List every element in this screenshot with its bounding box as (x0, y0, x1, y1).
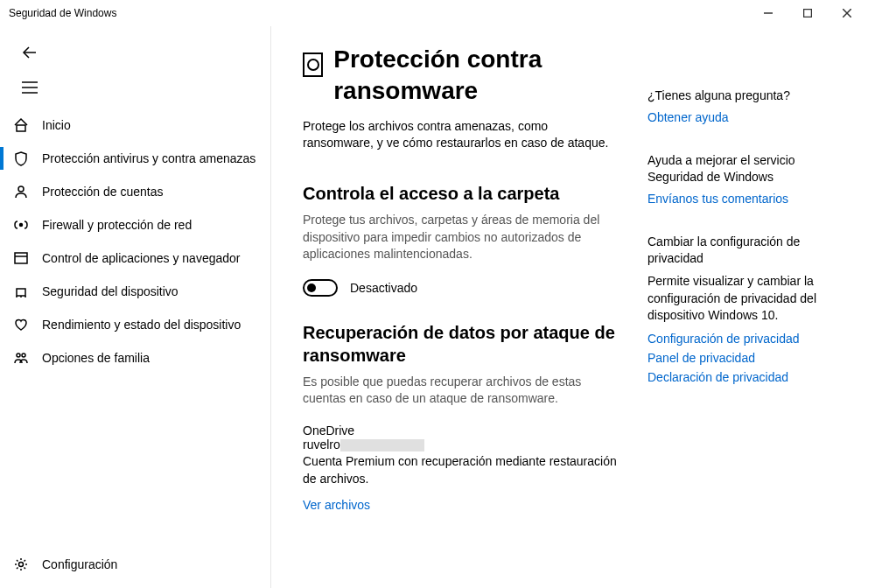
redacted-text (340, 439, 424, 452)
sidebar-item-label: Rendimiento y estado del dispositivo (42, 318, 241, 332)
sidebar-item-family[interactable]: Opciones de familia (0, 341, 270, 374)
privacy-statement-link[interactable]: Declaración de privacidad (648, 370, 849, 384)
account-username: ruvelro (303, 438, 621, 452)
privacy-desc: Permite visualizar y cambiar la configur… (648, 273, 849, 325)
privacy-panel-link[interactable]: Panel de privacidad (648, 351, 849, 365)
sidebar-item-virus[interactable]: Protección antivirus y contra amenazas (0, 142, 270, 175)
sidebar: Inicio Protección antivirus y contra ame… (0, 26, 271, 588)
privacy-settings-link[interactable]: Configuración de privacidad (648, 332, 849, 346)
svg-rect-13 (17, 289, 25, 296)
page-description: Protege los archivos contra amenazas, co… (303, 118, 621, 152)
page-title: Protección contra ransomware (333, 44, 621, 108)
svg-point-17 (17, 354, 20, 357)
sidebar-item-label: Configuración (42, 557, 117, 571)
folder-access-toggle[interactable] (303, 279, 338, 297)
minimize-button[interactable] (748, 0, 788, 26)
sidebar-item-label: Control de aplicaciones y navegador (42, 251, 240, 265)
sidebar-item-settings[interactable]: Configuración (0, 548, 270, 581)
sidebar-item-home[interactable]: Inicio (0, 108, 270, 142)
folder-access-desc: Protege tus archivos, carpetas y áreas d… (303, 212, 621, 263)
svg-rect-8 (17, 125, 25, 131)
send-feedback-link[interactable]: Envíanos tus comentarios (648, 192, 849, 206)
heart-icon (12, 316, 30, 333)
sidebar-item-account[interactable]: Protección de cuentas (0, 175, 270, 208)
svg-point-10 (20, 224, 23, 227)
sidebar-item-label: Seguridad del dispositivo (42, 284, 178, 298)
toggle-state-label: Desactivado (350, 281, 417, 295)
shield-icon (12, 150, 30, 167)
svg-point-18 (22, 354, 25, 357)
recovery-title: Recuperación de datos por ataque de rans… (303, 321, 621, 367)
svg-point-19 (19, 563, 24, 567)
recovery-desc: Es posible que puedas recuperar archivos… (303, 374, 621, 408)
right-column: ¿Tienes alguna pregunta? Obtener ayuda A… (648, 44, 849, 570)
sidebar-item-label: Protección de cuentas (42, 185, 164, 199)
get-help-link[interactable]: Obtener ayuda (648, 110, 849, 124)
sidebar-item-appcontrol[interactable]: Control de aplicaciones y navegador (0, 242, 270, 275)
hamburger-icon (22, 81, 38, 94)
sidebar-item-health[interactable]: Rendimiento y estado del dispositivo (0, 308, 270, 341)
chip-icon (12, 283, 30, 300)
family-icon (12, 349, 30, 367)
sidebar-item-firewall[interactable]: Firewall y protección de red (0, 208, 270, 242)
close-button[interactable] (827, 0, 866, 26)
maximize-button[interactable] (788, 0, 827, 26)
back-button[interactable] (12, 35, 47, 70)
account-description: Cuenta Premium con recuperación mediante… (303, 453, 621, 487)
account-service: OneDrive (303, 424, 621, 438)
gear-icon (12, 556, 30, 573)
feedback-title: Ayuda a mejorar el servicio Seguridad de… (648, 152, 849, 186)
svg-rect-1 (803, 10, 811, 18)
menu-button[interactable] (12, 70, 47, 105)
window-icon (12, 249, 30, 267)
arrow-left-icon (22, 45, 38, 60)
sidebar-item-label: Protección antivirus y contra amenazas (42, 151, 256, 165)
main-content: Protección contra ransomware Protege los… (271, 26, 875, 588)
sidebar-item-label: Opciones de familia (42, 351, 150, 365)
person-icon (12, 183, 30, 200)
sidebar-item-label: Inicio (42, 118, 71, 132)
privacy-title: Cambiar la configuración de privacidad (648, 234, 849, 268)
titlebar: Seguridad de Windows (0, 0, 875, 26)
ransomware-icon (303, 52, 323, 77)
home-icon (12, 116, 30, 134)
folder-access-title: Controla el acceso a la carpeta (303, 182, 621, 205)
sidebar-item-device-security[interactable]: Seguridad del dispositivo (0, 275, 270, 308)
view-files-link[interactable]: Ver archivos (303, 498, 370, 512)
svg-point-9 (18, 186, 24, 192)
svg-rect-11 (15, 253, 27, 263)
window-title: Seguridad de Windows (9, 7, 116, 19)
network-icon (12, 216, 30, 234)
sidebar-item-label: Firewall y protección de red (42, 218, 192, 232)
help-title: ¿Tienes alguna pregunta? (648, 88, 849, 105)
